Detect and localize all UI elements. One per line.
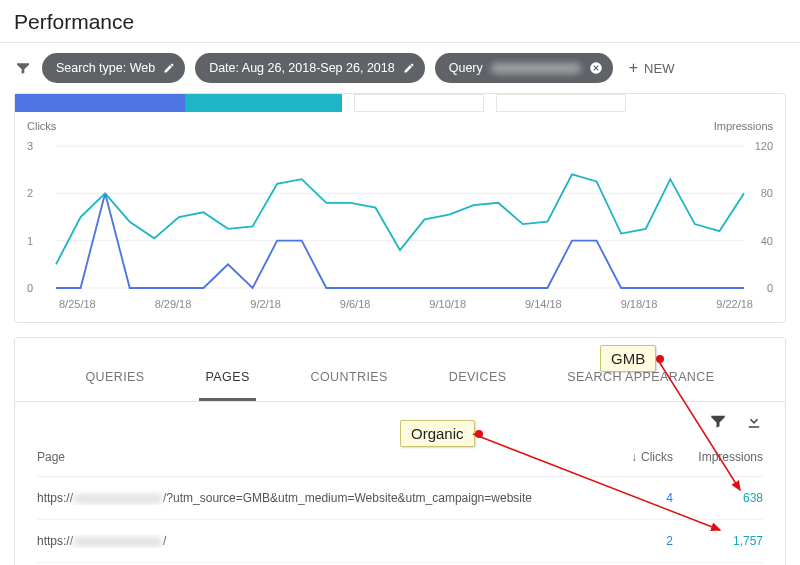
- impressions-value: 1,757: [673, 534, 763, 548]
- chip-label: Query: [449, 61, 483, 75]
- impressions-value: 638: [673, 491, 763, 505]
- page-title: Performance: [0, 0, 800, 43]
- filter-icon[interactable]: [14, 59, 32, 77]
- close-icon[interactable]: [589, 61, 603, 75]
- filter-bar: Search type: Web Date: Aug 26, 2018-Sep …: [0, 43, 800, 93]
- sort-arrow-icon: ↓: [631, 450, 637, 464]
- tab-countries[interactable]: COUNTRIES: [305, 356, 394, 401]
- metric-impressions-bar[interactable]: [185, 94, 342, 112]
- metric-strip: [15, 94, 785, 112]
- chip-label: Date: Aug 26, 2018-Sep 26, 2018: [209, 61, 395, 75]
- chip-search-type[interactable]: Search type: Web: [42, 53, 185, 83]
- add-filter-button[interactable]: + NEW: [623, 59, 675, 77]
- pencil-icon: [403, 62, 415, 74]
- annotation-organic: Organic: [400, 420, 475, 447]
- plus-icon: +: [629, 59, 638, 77]
- metric-clicks-bar[interactable]: [15, 94, 185, 112]
- new-label: NEW: [644, 61, 674, 76]
- chip-date-range[interactable]: Date: Aug 26, 2018-Sep 26, 2018: [195, 53, 425, 83]
- download-icon[interactable]: [745, 412, 763, 434]
- tab-devices[interactable]: DEVICES: [443, 356, 513, 401]
- table-card: QUERIESPAGESCOUNTRIESDEVICESSEARCH APPEA…: [14, 337, 786, 565]
- col-impressions[interactable]: Impressions: [673, 450, 763, 464]
- annotation-gmb: GMB: [600, 345, 656, 372]
- col-clicks[interactable]: ↓ Clicks: [583, 450, 673, 464]
- chip-label: Search type: Web: [56, 61, 155, 75]
- x-axis: 8/25/188/29/189/2/189/6/189/10/189/14/18…: [27, 292, 773, 320]
- chart-card: Clicks Impressions 0123 04080120 8/25/18…: [14, 93, 786, 323]
- tab-pages[interactable]: PAGES: [199, 356, 255, 401]
- table-row[interactable]: https:///21,757: [37, 520, 763, 563]
- right-axis-label: Impressions: [714, 120, 773, 132]
- metric-placeholder[interactable]: [496, 94, 626, 112]
- table-tabs: QUERIESPAGESCOUNTRIESDEVICESSEARCH APPEA…: [15, 356, 785, 402]
- tab-queries[interactable]: QUERIES: [79, 356, 150, 401]
- pencil-icon: [163, 62, 175, 74]
- col-page[interactable]: Page: [37, 450, 583, 464]
- chip-query[interactable]: Query: [435, 53, 613, 83]
- clicks-value: 2: [583, 534, 673, 548]
- table-row[interactable]: https:///?utm_source=GMB&utm_medium=Webs…: [37, 477, 763, 520]
- page-url: https:///?utm_source=GMB&utm_medium=Webs…: [37, 491, 583, 505]
- left-axis-label: Clicks: [27, 120, 56, 132]
- filter-icon[interactable]: [709, 412, 727, 434]
- clicks-value: 4: [583, 491, 673, 505]
- page-url: https:///: [37, 534, 583, 548]
- redacted-text: [491, 63, 581, 74]
- chart-plot: 0123 04080120: [27, 142, 773, 292]
- metric-placeholder[interactable]: [354, 94, 484, 112]
